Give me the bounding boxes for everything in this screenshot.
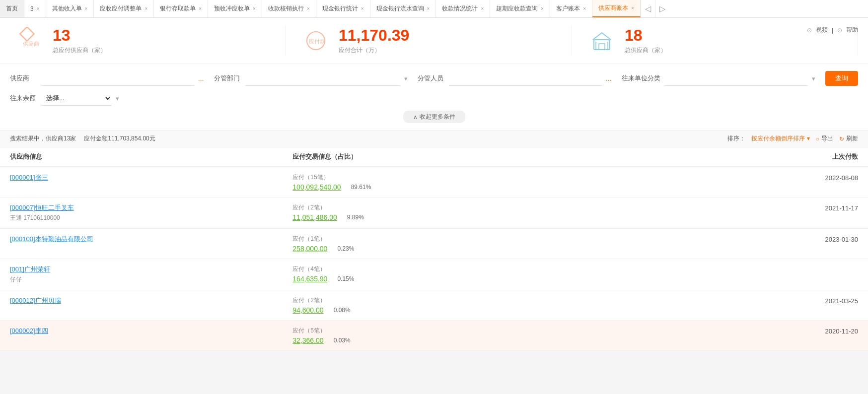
refresh-button[interactable]: ↻ 刷新 [839,134,858,143]
close-tab-supplier-book[interactable]: × [631,5,634,11]
trans-row-2: 258,000.000.23% [292,245,669,253]
trans-label-0: 应付（15笔） [292,173,669,182]
nav-tab-customer-book[interactable]: 客户账本× [550,0,592,17]
search-button[interactable]: 查询 [825,71,858,86]
nav-tab-cash-bank-stat[interactable]: 现金银行统计× [316,0,370,17]
result-prefix: 搜索结果中，供应商13家 [10,134,76,143]
table-row[interactable]: [000001]张三应付（15笔）100,092,540.0089.61%202… [0,167,868,197]
supplier-dots[interactable]: ... [198,74,204,82]
close-tab-ar-ap-adjust[interactable]: × [145,6,147,11]
close-tab-advance-receivable[interactable]: × [253,6,256,11]
person-label: 分管人员 [418,74,445,83]
dept-label: 分管部门 [214,74,241,83]
trans-amount-1[interactable]: 11,051,486.00 [292,213,337,221]
collapse-button[interactable]: ∧ 收起更多条件 [403,111,465,123]
supplier-input[interactable] [41,71,194,86]
balance-select[interactable]: 选择... [41,91,112,106]
person-input[interactable] [449,71,602,86]
dept-dropdown-icon[interactable]: ▾ [404,75,408,82]
trans-amount-3[interactable]: 164,635.90 [292,275,327,283]
supplier-link-5[interactable]: [000002]李四 [10,327,48,334]
close-tab-cash-bank-stat[interactable]: × [361,6,364,11]
trans-label-2: 应付（1笔） [292,235,669,243]
nav-prev-arrow[interactable]: ◁ [641,0,655,17]
close-tab-overdue-query[interactable]: × [541,6,544,11]
nav-tab-cash-flow-query[interactable]: 现金银行流水查询× [370,0,436,17]
trans-amount-0[interactable]: 100,092,540.00 [292,183,341,191]
nav-tab-bank-deposit[interactable]: 银行存取款单× [154,0,208,17]
close-tab-other-income[interactable]: × [85,6,88,11]
transaction-info-0: 应付（15笔）100,092,540.0089.61% [292,173,669,191]
trans-percent-5: 0.03% [334,337,351,344]
table-header: 供应商信息 应付交易信息（占比） 上次付数 [0,147,868,167]
supplier-link-1[interactable]: [000007]恒旺二手叉车 [10,204,74,211]
supplier-link-2[interactable]: [000100]本特勤油品有限公司 [10,235,93,243]
person-dots[interactable]: ... [606,74,612,82]
transaction-info-5: 应付（5笔）32,366.000.03% [292,327,669,344]
nav-tab-supplier-book[interactable]: 供应商账本× [592,0,641,17]
export-button[interactable]: ○ 导出 [816,134,833,143]
category-dropdown-icon[interactable]: ▾ [812,75,815,82]
header-actions: ⊙ 视频 | ⊙ 帮助 [807,26,858,34]
close-tab-collection-exec[interactable]: × [307,6,310,11]
supplier-info-5: [000002]李四 [10,327,292,335]
close-tab-bank-deposit[interactable]: × [199,6,202,11]
table-row[interactable]: [000012]广州贝瑞应付（2笔）94,600.000.08%2021-03-… [0,290,868,321]
refresh-icon: ↻ [839,135,844,142]
close-tab-customer-book[interactable]: × [583,6,586,11]
trans-amount-5[interactable]: 32,366.00 [292,336,323,344]
nav-tab-other-income[interactable]: 其他收入单× [46,0,94,17]
trans-amount-4[interactable]: 94,600.00 [292,306,323,314]
top-navigation: 首页3×其他收入单×应收应付调整单×银行存取款单×预收冲应收单×收款核销执行×现… [0,0,868,18]
sort-select[interactable]: 按应付余额倒序排序 ▾ [751,134,809,143]
trans-label-5: 应付（5笔） [292,327,669,335]
video-link[interactable]: 视频 [816,26,828,34]
nav-tab-home[interactable]: 首页 [0,0,24,17]
nav-tab-tab3[interactable]: 3× [24,0,46,17]
sort-label: 排序： [727,134,745,143]
result-amount: 应付金额111,703,854.00元 [84,134,155,143]
divider: | [832,27,833,34]
nav-tab-collection-exec[interactable]: 收款核销执行× [262,0,316,17]
table-area: 供应商信息 应付交易信息（占比） 上次付数 [000001]张三应付（15笔）1… [0,147,868,351]
table-row[interactable]: [000100]本特勤油品有限公司应付（1笔）258,000.000.23%20… [0,229,868,259]
table-row[interactable]: [000007]恒旺二手叉车王通 17106110000应付（2笔）11,051… [0,197,868,229]
nav-next-arrow[interactable]: ▷ [655,0,669,17]
supplier-link-3[interactable]: [001]广州荣轩 [10,265,50,273]
nav-tab-advance-receivable[interactable]: 预收冲应收单× [208,0,262,17]
stat-icon-1: 应付款 [301,26,331,56]
dept-input[interactable] [245,71,401,86]
nav-tab-ar-ap-adjust[interactable]: 应收应付调整单× [94,0,154,17]
trans-amount-2[interactable]: 258,000.00 [292,245,327,253]
collapse-icon: ∧ [413,114,418,121]
svg-rect-0 [20,27,34,41]
stat-content-0: 13总应付供应商（家） [53,27,106,55]
category-input[interactable] [664,71,808,86]
table-row[interactable]: [001]广州荣轩仔仔应付（4笔）164,635.900.15% [0,259,868,290]
close-tab-cash-flow-query[interactable]: × [427,6,430,11]
balance-dropdown-icon[interactable]: ▾ [116,95,119,102]
nav-tab-collection-stat[interactable]: 收款情况统计× [436,0,490,17]
stat-number-1: 11,170.39 [339,27,409,44]
supplier-link-0[interactable]: [000001]张三 [10,174,48,181]
nav-tab-overdue-query[interactable]: 超期应收款查询× [490,0,550,17]
filter-row-2: 往来余额 选择... ▾ [10,91,858,106]
stat-icon-0: 供应商 [15,26,45,56]
trans-row-1: 11,051,486.009.89% [292,213,669,221]
table-row[interactable]: [000002]李四应付（5笔）32,366.000.03%2020-11-20 [0,321,868,351]
collapse-label: 收起更多条件 [420,113,455,121]
transaction-info-4: 应付（2笔）94,600.000.08% [292,296,669,314]
category-label: 往来单位分类 [622,74,660,83]
svg-rect-4 [594,40,610,50]
supplier-sub-3: 仔仔 [10,275,292,284]
trans-percent-4: 0.08% [334,307,351,314]
supplier-link-4[interactable]: [000012]广州贝瑞 [10,297,61,304]
help-link[interactable]: 帮助 [846,26,858,34]
dept-filter: 分管部门 ▾ [214,71,408,86]
svg-text:供应商: 供应商 [23,41,39,47]
refresh-label: 刷新 [846,134,858,143]
stat-label-2: 总供应商（家） [625,46,666,55]
supplier-info-4: [000012]广州贝瑞 [10,296,292,305]
close-tab-tab3[interactable]: × [37,6,40,11]
close-tab-collection-stat[interactable]: × [481,6,484,11]
